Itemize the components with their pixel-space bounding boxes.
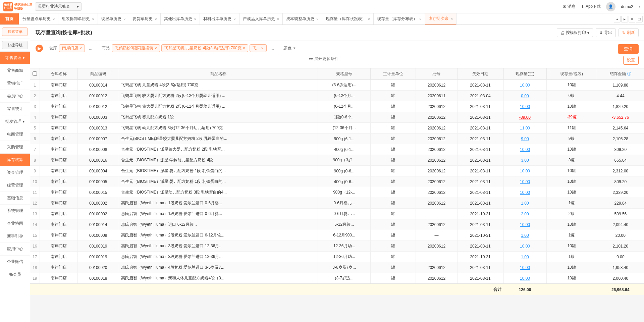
tab-fenpan[interactable]: 分量盘点单历史 × <box>19 13 58 25</box>
sidebar-item-inventory[interactable]: 库存核算 <box>0 154 30 166</box>
tab-home[interactable]: 首页 <box>0 13 19 25</box>
qty-main-link-5[interactable]: 11.00 <box>520 126 530 130</box>
qty-main-link-17[interactable]: 1.00 <box>521 255 529 259</box>
qty-main-link-10[interactable]: 10.00 <box>520 179 530 184</box>
remove-product3-icon[interactable]: × <box>261 46 264 51</box>
product-tag-3[interactable]: 飞... × <box>250 44 267 52</box>
sidebar-item-purchase[interactable]: 采购管理 <box>0 141 30 154</box>
sidebar-item-vip[interactable]: 畅会员 <box>0 268 30 281</box>
cell-warehouse-13: 南岸门店 <box>40 209 77 219</box>
refresh-button[interactable]: ↻ 刷新 <box>619 28 639 37</box>
qty-main-link-12[interactable]: 1.00 <box>521 201 529 206</box>
avatar[interactable]: 👤 <box>606 2 615 11</box>
tab-chengbentiao[interactable]: 成本调整单历史 × <box>283 13 322 25</box>
cell-qty-main-10: 10.00 <box>503 176 546 187</box>
warehouse-tag-nanangan[interactable]: 南岸门店 × <box>59 44 85 52</box>
close-zuchai[interactable]: × <box>92 17 94 21</box>
qty-main-link-2[interactable]: 0.00 <box>521 94 529 98</box>
tab-xianzai1[interactable]: 现存量（库存状况表） × <box>322 13 374 25</box>
product-more-btn[interactable]: ... <box>271 46 274 51</box>
qty-main-link-7[interactable]: 10.00 <box>520 147 530 152</box>
sidebar-item-finance[interactable]: 资金管理 <box>0 166 30 179</box>
qty-main-link-19[interactable]: 10.00 <box>520 276 530 281</box>
qty-main-link-4[interactable]: -39.00 <box>519 115 531 120</box>
org-selector[interactable]: 母婴行业演示账套 ▾ <box>35 2 82 11</box>
filter-more-btn[interactable]: ... <box>89 46 92 51</box>
sidebar-item-newguide[interactable]: 新手引导 <box>0 230 30 243</box>
close-yaohuo[interactable]: × <box>155 17 157 21</box>
qty-main-link-1[interactable]: 10.00 <box>520 83 530 88</box>
cell-qty-pkg-4: -39罐 <box>546 112 597 123</box>
search-menu-button[interactable]: 搜索菜单 <box>2 28 28 36</box>
query-button[interactable]: 查询 <box>618 44 639 54</box>
tab-pici[interactable]: 库存批次账 × <box>425 13 456 25</box>
sidebar-item-member[interactable]: 会员中心 <box>0 90 30 103</box>
message-button[interactable]: ✉ 消息 <box>563 4 576 9</box>
close-chengbentiao[interactable]: × <box>316 17 318 21</box>
cell-amount-7: 809.20 <box>597 144 644 155</box>
sidebar-item-ecommerce[interactable]: 电商管理 <box>0 128 30 141</box>
remove-product2-icon[interactable]: × <box>243 46 245 51</box>
sidebar-item-retail-mgmt[interactable]: 零售管理 ▾ <box>0 52 30 64</box>
expand-conditions-button[interactable]: ▾▾ 展开更多条件 <box>309 56 338 62</box>
tab-prev-button[interactable]: ◂ <box>614 16 621 22</box>
qty-main-link-14[interactable]: 10.00 <box>520 222 530 227</box>
tab-qitachu[interactable]: 其他出库单历史 × <box>161 13 200 25</box>
qty-main-link-13[interactable]: 2.00 <box>521 212 529 216</box>
close-chengpinru[interactable]: × <box>277 17 279 21</box>
settings-button[interactable]: 设置 <box>623 56 639 65</box>
sidebar-item-batch-mgmt[interactable]: 批发管理 ▾ <box>0 115 30 128</box>
sidebar-item-enterprise[interactable]: 企业协同 <box>0 217 30 230</box>
qty-main-link-3[interactable]: 10.00 <box>520 104 530 109</box>
export-button[interactable]: ⬇ 导出 <box>596 28 616 37</box>
close-xianzai2[interactable]: × <box>419 17 421 21</box>
cell-amount-12: 229.84 <box>597 198 644 209</box>
close-fenpan[interactable]: × <box>53 17 55 21</box>
quick-nav-section: 快捷导航 <box>0 39 30 52</box>
app-download-button[interactable]: ⬇ App下载 <box>581 4 601 9</box>
qty-main-link-15[interactable]: 1.00 <box>521 233 529 238</box>
tab-xianzai2[interactable]: 现存量（库存分布表） × <box>374 13 425 25</box>
tab-tiaobo[interactable]: 调拨单历史 × <box>98 13 129 25</box>
quick-nav-button[interactable]: 快捷导航 <box>2 41 28 49</box>
qty-main-link-6[interactable]: 9.00 <box>521 137 529 141</box>
tab-next-button[interactable]: ▸ <box>621 16 628 22</box>
table-row: 7 南岸门店 00100008 合生元（BIOSTIME）派星较大婴儿配方奶粉 … <box>30 144 644 155</box>
sidebar-item-appcenter[interactable]: 应用中心 <box>0 243 30 256</box>
color-dropdown-icon[interactable]: ▾ <box>293 46 296 50</box>
qty-main-link-16[interactable]: 10.00 <box>520 244 530 249</box>
sidebar-item-basic[interactable]: 基础信息 <box>0 192 30 205</box>
sidebar-item-corpwx[interactable]: 企业微信 <box>0 256 30 268</box>
tab-maximize-button[interactable]: □ <box>636 16 643 22</box>
close-pici[interactable]: × <box>450 17 452 21</box>
sidebar-item-retail-shop[interactable]: 零售商城 <box>0 64 30 77</box>
tab-chengpinru[interactable]: 产成品入库单历史 × <box>239 13 283 25</box>
filter-expand-arrow[interactable]: ▶ <box>36 45 43 52</box>
sidebar-item-retail-stat[interactable]: 零售统计 <box>0 103 30 115</box>
product-tag-2[interactable]: 飞鹤星飞帆 儿童奶粉 4段(3-6岁适用) 700克 × <box>161 44 248 52</box>
remove-product1-icon[interactable]: × <box>155 46 157 51</box>
qty-main-link-18[interactable]: 10.00 <box>520 265 530 270</box>
close-tiaobo[interactable]: × <box>123 17 125 21</box>
qty-main-link-9[interactable]: 10.00 <box>520 169 530 173</box>
qty-main-link-8[interactable]: 3.00 <box>521 158 529 163</box>
close-xianzai1[interactable]: × <box>368 17 370 21</box>
sidebar-item-marketing[interactable]: 营销推广 <box>0 77 30 90</box>
tab-zuchai[interactable]: 组装拆卸单历史 × <box>58 13 98 25</box>
sidebar-item-system[interactable]: 系统管理 <box>0 205 30 217</box>
close-qitachu[interactable]: × <box>194 17 196 21</box>
tab-close-all-button[interactable]: × <box>629 16 635 22</box>
user-dropdown-icon[interactable]: ▾ <box>639 4 641 9</box>
cell-spec-18: 3-6岁及7岁... <box>318 262 370 273</box>
amount-info-icon[interactable]: ⓘ <box>627 71 631 76</box>
qty-main-link-11[interactable]: 10.00 <box>520 190 530 195</box>
sidebar-item-operation[interactable]: 经营管理 <box>0 179 30 192</box>
cell-spec-1: (3-6岁适用)... <box>318 80 370 91</box>
remove-warehouse-icon[interactable]: × <box>79 46 82 51</box>
product-tag-1[interactable]: 飞鹤奶粉3段丙瓶摆装 × <box>112 44 160 52</box>
select-all-checkbox[interactable] <box>33 71 37 76</box>
close-cailiaochu[interactable]: × <box>233 17 235 21</box>
tab-cailiaochu[interactable]: 材料出库单历史 × <box>200 13 239 25</box>
tab-yaohuo[interactable]: 要货单历史 × <box>129 13 160 25</box>
template-print-button[interactable]: 🖨 按模板打印 ▾ <box>557 28 593 37</box>
